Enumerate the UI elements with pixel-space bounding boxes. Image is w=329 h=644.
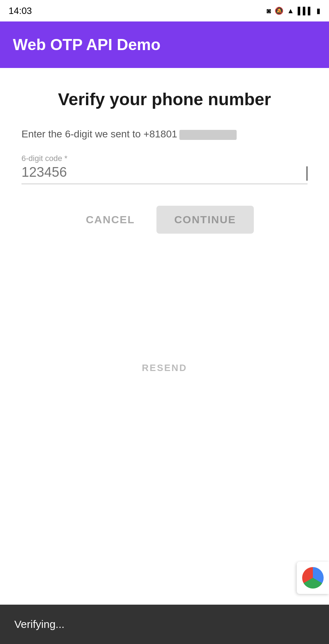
- app-title: Web OTP API Demo: [13, 36, 160, 54]
- status-icons: ◙ 🔕 ▲ ▌▌▌ ▮: [267, 6, 320, 15]
- battery-icon: ▮: [316, 6, 320, 15]
- recaptcha-badge: [297, 562, 329, 594]
- recaptcha-icon: [302, 567, 324, 589]
- tab-indicator: [118, 68, 211, 71]
- resend-button[interactable]: RESEND: [142, 362, 187, 374]
- bell-mute-icon: 🔕: [275, 6, 284, 15]
- otp-input-group[interactable]: 6-digit code *: [21, 159, 308, 184]
- status-bar: 14:03 ◙ 🔕 ▲ ▌▌▌ ▮: [0, 0, 329, 21]
- continue-button[interactable]: CONTINUE: [156, 206, 254, 234]
- app-bar: Web OTP API Demo: [0, 21, 329, 68]
- otp-input-label: 6-digit code *: [21, 154, 67, 163]
- snackbar: Verifying...: [0, 605, 329, 644]
- description-text: Enter the 6-digit we sent to +81801: [21, 127, 308, 141]
- phone-blur: [179, 130, 237, 140]
- button-row: CANCEL CONTINUE: [21, 206, 308, 234]
- wifi-icon: ▲: [287, 7, 294, 15]
- main-content: Verify your phone number Enter the 6-dig…: [0, 68, 329, 374]
- status-time: 14:03: [9, 5, 32, 16]
- snackbar-text: Verifying...: [14, 618, 64, 630]
- text-cursor: [306, 166, 308, 181]
- resend-section: RESEND: [21, 362, 308, 374]
- signal-icon: ▌▌▌: [297, 7, 313, 15]
- at-icon: ◙: [267, 7, 271, 15]
- page-title: Verify your phone number: [58, 89, 271, 109]
- cancel-button[interactable]: CANCEL: [75, 206, 146, 233]
